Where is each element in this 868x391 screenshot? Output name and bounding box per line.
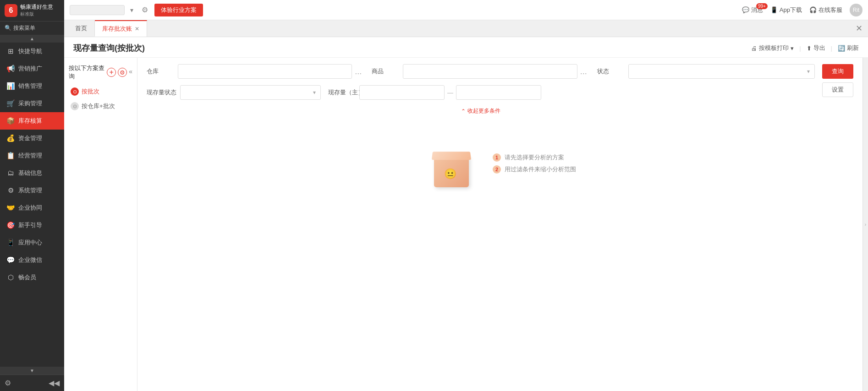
marketing-icon: 📢 xyxy=(6,65,15,73)
warehouse-input[interactable] xyxy=(178,64,352,79)
avatar: Rit xyxy=(850,4,863,16)
goods-input[interactable] xyxy=(403,64,577,79)
sidebar-item-newbie[interactable]: 🎯 新手引导 xyxy=(0,217,64,234)
newbie-icon: 🎯 xyxy=(6,221,15,229)
breadcrumb-dropdown-button[interactable]: ▾ xyxy=(128,5,135,15)
print-dropdown-icon[interactable]: ▾ xyxy=(791,45,794,52)
stock-status-label: 现存量状态 xyxy=(147,88,176,97)
search-icon: 🔍 xyxy=(5,25,11,31)
empty-illustration: 😐 xyxy=(424,136,479,191)
filter-settings-button[interactable]: 设置 xyxy=(822,82,853,97)
collapse-label: 收起更多条件 xyxy=(467,107,500,115)
sidebar-item-quick-nav[interactable]: ⊞ 快捷导航 xyxy=(0,43,64,60)
sidebar-item-enterprise[interactable]: 🤝 企业协同 xyxy=(0,199,64,217)
online-service-button[interactable]: 🎧 在线客服 xyxy=(809,6,842,14)
empty-tip-1: 1 请先选择要分析的方案 xyxy=(493,153,576,162)
message-badge: 99+ xyxy=(756,3,768,9)
sidebar: 6 畅康通好生意 标准版 🔍 搜索菜单 ▲ ⊞ 快捷导航 📢 营销推广 📊 销售… xyxy=(0,0,64,391)
sidebar-item-wechat[interactable]: 💬 企业微信 xyxy=(0,251,64,269)
search-menu-label: 搜索菜单 xyxy=(13,24,35,32)
sidebar-item-app-center[interactable]: 📱 应用中心 xyxy=(0,234,64,251)
basics-icon: 🗂 xyxy=(6,169,15,177)
topbar-right: 💬 消息 99+ 📱 App下载 🎧 在线客服 Rit xyxy=(742,4,863,16)
scheme-settings-button[interactable]: ⚙ xyxy=(118,68,127,77)
scheme-item-by-batch[interactable]: ⊙ 按批次 xyxy=(64,84,137,99)
scheme-item-by-warehouse-batch[interactable]: ⊙ 按仓库+批次 xyxy=(64,99,137,114)
sidebar-item-purchase[interactable]: 🛒 采购管理 xyxy=(0,95,64,112)
filter-row-1: 仓库 ... 商品 ... 状态 xyxy=(147,64,815,79)
print-label: 按模板打印 xyxy=(759,44,789,52)
status-select[interactable]: ▾ xyxy=(628,64,815,79)
trial-industry-button[interactable]: 体验行业方案 xyxy=(154,4,203,16)
app-download-button[interactable]: 📱 App下载 xyxy=(770,6,802,14)
stock-qty-min-input[interactable] xyxy=(359,85,445,100)
warehouse-field: 仓库 ... xyxy=(147,64,364,79)
purchase-icon: 🛒 xyxy=(6,99,15,108)
sidebar-scroll-up[interactable]: ▲ xyxy=(0,35,64,43)
breadcrumb-input[interactable] xyxy=(70,5,125,15)
search-menu[interactable]: 🔍 搜索菜单 xyxy=(0,22,64,35)
goods-field: 商品 ... xyxy=(372,64,589,79)
sidebar-item-label: 应用中心 xyxy=(18,239,42,247)
topbar: ▾ ⚙ 体验行业方案 💬 消息 99+ 📱 App下载 🎧 在线客服 Rit xyxy=(64,0,868,20)
tab-home-label: 首页 xyxy=(75,24,87,33)
member-icon: ⬡ xyxy=(6,273,15,282)
refresh-button[interactable]: 🔄 刷新 xyxy=(838,44,859,52)
app-download-label: App下载 xyxy=(780,6,802,14)
tab-home[interactable]: 首页 xyxy=(68,21,95,36)
stock-qty-separator: — xyxy=(447,89,453,96)
empty-tips: 1 请先选择要分析的方案 2 用过滤条件来缩小分析范围 xyxy=(493,153,576,174)
quick-nav-icon: ⊞ xyxy=(6,47,15,55)
goods-label: 商品 xyxy=(372,67,399,76)
tab-inventory-batch[interactable]: 库存批次账 ✕ xyxy=(95,20,147,37)
enterprise-icon: 🤝 xyxy=(6,204,15,212)
sidebar-scroll-down[interactable]: ▼ xyxy=(0,367,64,375)
sidebar-item-member[interactable]: ⬡ 畅会员 xyxy=(0,269,64,286)
filter-layout: 按以下方案查询 + ⚙ « ⊙ 按批次 ⊙ 按仓库+批次 xyxy=(64,58,868,391)
filter-fields-area: 仓库 ... 商品 ... 状态 xyxy=(147,64,815,118)
user-avatar[interactable]: Rit xyxy=(850,4,863,16)
settings-icon[interactable]: ⚙ xyxy=(5,379,11,387)
app-logo: 6 xyxy=(5,4,17,17)
system-icon: ⚙ xyxy=(6,186,15,195)
main-area: ▾ ⚙ 体验行业方案 💬 消息 99+ 📱 App下载 🎧 在线客服 Rit xyxy=(64,0,868,391)
sidebar-item-finance[interactable]: 💰 资金管理 xyxy=(0,130,64,147)
sidebar-item-label: 新手引导 xyxy=(18,221,42,229)
close-all-tabs-button[interactable]: ✕ xyxy=(856,23,863,33)
stock-qty-max-input[interactable] xyxy=(456,85,541,100)
sidebar-item-label: 企业协同 xyxy=(18,204,42,212)
right-collapse-handle[interactable]: › xyxy=(863,58,868,391)
scheme-collapse-button[interactable]: « xyxy=(129,68,132,77)
sidebar-item-sales[interactable]: 📊 销售管理 xyxy=(0,77,64,95)
finance-icon: 💰 xyxy=(6,134,15,142)
collapse-sidebar-icon[interactable]: ◀◀ xyxy=(49,379,60,387)
sidebar-item-operations[interactable]: 📋 经营管理 xyxy=(0,147,64,164)
sidebar-item-label: 销售管理 xyxy=(18,82,42,90)
app-edition: 标准版 xyxy=(20,11,53,17)
scheme-panel-icons: + ⚙ « xyxy=(107,68,132,77)
sidebar-item-basics[interactable]: 🗂 基础信息 xyxy=(0,164,64,182)
warehouse-dots-button[interactable]: ... xyxy=(352,67,364,76)
sidebar-item-marketing[interactable]: 📢 营销推广 xyxy=(0,60,64,77)
tab-close-icon[interactable]: ✕ xyxy=(135,26,139,32)
query-button[interactable]: 查询 xyxy=(822,64,853,79)
stock-status-select[interactable]: ▾ xyxy=(180,85,321,100)
message-button[interactable]: 💬 消息 99+ xyxy=(742,6,763,14)
tabs-right: ✕ xyxy=(856,23,868,33)
content-area: 现存量查询(按批次) 🖨 按模板打印 ▾ | ⬆ 导出 | 🔄 刷新 xyxy=(64,37,868,391)
sidebar-item-system[interactable]: ⚙ 系统管理 xyxy=(0,182,64,199)
goods-dots-button[interactable]: ... xyxy=(577,67,590,76)
export-button[interactable]: ⬆ 导出 xyxy=(807,44,825,52)
status-label: 状态 xyxy=(597,67,625,76)
topbar-gear-button[interactable]: ⚙ xyxy=(139,5,151,15)
add-scheme-button[interactable]: + xyxy=(107,68,116,77)
sidebar-item-label: 营销推广 xyxy=(18,65,42,73)
refresh-icon: 🔄 xyxy=(838,45,845,52)
stock-qty-label: 现存量（主） xyxy=(328,88,356,97)
collapse-bar[interactable]: ⌃ 收起更多条件 xyxy=(147,104,815,118)
divider2: | xyxy=(831,45,832,52)
print-button[interactable]: 🖨 按模板打印 ▾ xyxy=(751,44,794,52)
filter-top-row: 仓库 ... 商品 ... 状态 xyxy=(147,64,853,118)
empty-tip-2: 2 用过滤条件来缩小分析范围 xyxy=(493,165,576,174)
sidebar-item-inventory[interactable]: 📦 库存核算 xyxy=(0,112,64,130)
